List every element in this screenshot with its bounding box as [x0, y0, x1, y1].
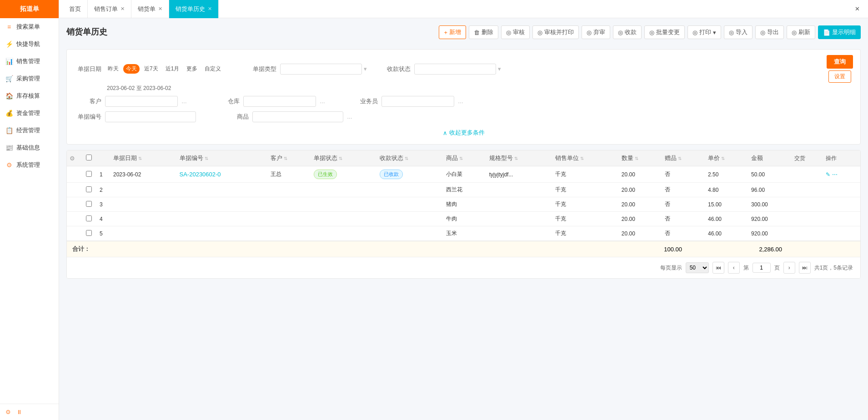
tab-sales-delivery[interactable]: 销货单 ✕: [131, 0, 169, 18]
th-doc-status[interactable]: 单据状态⇅: [311, 150, 377, 166]
customer-input[interactable]: [105, 96, 178, 107]
date-tag-yesterday[interactable]: 昨天: [105, 64, 121, 74]
table-row: 4 牛肉 千克 20.00 否 46.00 920.00: [67, 212, 860, 226]
date-tag-1month[interactable]: 近1月: [163, 64, 182, 74]
th-doc-no[interactable]: 单据编号⇅: [177, 150, 268, 166]
audit-button[interactable]: ◎ 审核: [501, 25, 530, 39]
doc-no-input[interactable]: [105, 111, 196, 122]
row-checkbox[interactable]: [86, 171, 92, 177]
collect-status-select[interactable]: [414, 64, 496, 75]
set-button[interactable]: 设置: [828, 70, 851, 83]
td-doc-no[interactable]: [177, 212, 268, 226]
warehouse-label: 仓库: [212, 97, 240, 105]
sidebar-item-basic-info[interactable]: 📰 基础信息: [0, 139, 59, 156]
customer-ellipsis[interactable]: …: [181, 98, 187, 105]
th-doc-date[interactable]: 单据日期⇅: [110, 150, 177, 166]
add-button[interactable]: + 新增: [439, 25, 466, 39]
warehouse-input[interactable]: [243, 96, 316, 107]
export-button[interactable]: ◎ 导出: [755, 25, 784, 39]
td-amount: 300.00: [748, 197, 792, 212]
prev-page-button[interactable]: ‹: [728, 262, 740, 274]
date-tag-7days[interactable]: 近7天: [141, 64, 161, 74]
salesperson-ellipsis[interactable]: …: [458, 98, 463, 105]
th-unit-price[interactable]: 单价⇅: [705, 150, 748, 166]
product-ellipsis[interactable]: …: [347, 114, 352, 120]
row-checkbox[interactable]: [86, 215, 92, 221]
salesperson-input[interactable]: [381, 96, 454, 107]
show-detail-button[interactable]: 📄 显示明细: [818, 25, 861, 39]
tab-close-sales-order[interactable]: ✕: [120, 6, 125, 12]
next-page-button[interactable]: ›: [783, 262, 795, 274]
tab-sales-order[interactable]: 销售订单 ✕: [88, 0, 131, 18]
tab-sales-delivery-history[interactable]: 销货单历史 ✕: [169, 0, 219, 18]
more-action[interactable]: ⋯: [832, 171, 838, 178]
collect-status-badge: 已收款: [380, 170, 403, 179]
print-button[interactable]: ◎ 打印 ▾: [687, 25, 721, 39]
sidebar-item-inventory-calc[interactable]: 🏠 库存核算: [0, 87, 59, 105]
sidebar-item-sales-mgmt[interactable]: 📊 销售管理: [0, 53, 59, 70]
td-doc-no[interactable]: [177, 183, 268, 197]
td-checkbox[interactable]: [83, 166, 97, 183]
last-page-button[interactable]: ⏭: [799, 262, 811, 274]
audit-print-button[interactable]: ◎ 审核并打印: [532, 25, 579, 39]
search-menu-icon: ≡: [5, 23, 13, 30]
sidebar-item-purchase-mgmt[interactable]: 🛒 采购管理: [0, 70, 59, 87]
th-collect-status[interactable]: 收款状态⇅: [377, 150, 443, 166]
row-checkbox[interactable]: [86, 186, 92, 192]
delete-button[interactable]: 🗑 删除: [469, 25, 498, 39]
th-sales-unit[interactable]: 销售单位⇅: [552, 150, 619, 166]
first-page-button[interactable]: ⏮: [712, 262, 724, 274]
total-info: 共1页，5条记录: [814, 264, 853, 272]
date-tag-today[interactable]: 今天: [123, 64, 140, 74]
edit-action[interactable]: ✎: [826, 171, 830, 178]
th-customer[interactable]: 客户⇅: [268, 150, 311, 166]
tab-close-all[interactable]: ✕: [850, 5, 864, 12]
sidebar-item-quick-nav[interactable]: ⚡ 快捷导航: [0, 35, 59, 53]
td-quantity: 20.00: [619, 183, 662, 197]
td-doc-no[interactable]: [177, 197, 268, 212]
warehouse-ellipsis[interactable]: …: [320, 98, 325, 105]
sales-icon: 📊: [5, 58, 13, 65]
abandon-button[interactable]: ◎ 弃审: [582, 25, 610, 39]
query-button[interactable]: 查询: [827, 55, 853, 69]
th-settings[interactable]: ⚙: [67, 150, 83, 166]
td-checkbox[interactable]: [83, 212, 97, 226]
date-tag-custom[interactable]: 自定义: [202, 64, 224, 74]
tab-close-sales-delivery[interactable]: ✕: [158, 6, 162, 12]
th-product[interactable]: 商品⇅: [443, 150, 487, 166]
th-amount[interactable]: 金额: [748, 150, 792, 166]
select-all-checkbox[interactable]: [86, 155, 92, 160]
per-page-select[interactable]: 50 10 20 100: [686, 262, 709, 273]
td-doc-no[interactable]: SA-20230602-0: [177, 166, 268, 183]
row-checkbox[interactable]: [86, 201, 92, 207]
row-checkbox[interactable]: [86, 230, 92, 236]
collect-button[interactable]: ◎ 收款: [613, 25, 642, 39]
product-input[interactable]: [252, 111, 343, 122]
th-spec-type[interactable]: 规格型号⇅: [487, 150, 553, 166]
sidebar-item-search-menu[interactable]: ≡ 搜索菜单: [0, 18, 59, 35]
date-tag-more[interactable]: 更多: [184, 64, 200, 74]
td-doc-no[interactable]: [177, 226, 268, 241]
sidebar-item-operations-mgmt[interactable]: 📋 经营管理: [0, 122, 59, 139]
batch-change-button[interactable]: ◎ 批量变更: [644, 25, 685, 39]
td-checkbox[interactable]: [83, 183, 97, 197]
sidebar-bottom-icon2[interactable]: ⏸: [16, 409, 22, 415]
td-checkbox[interactable]: [83, 197, 97, 212]
sidebar-item-capital-mgmt[interactable]: 💰 资金管理: [0, 105, 59, 122]
td-unit-price: 15.00: [705, 197, 748, 212]
page-input[interactable]: [753, 263, 771, 273]
data-table: ⚙ 单据日期⇅ 单据编号⇅ 客户⇅ 单据状态⇅ 收款状态⇅ 商品⇅ 规格型号⇅ …: [67, 150, 860, 241]
tab-close-sales-delivery-history[interactable]: ✕: [208, 6, 212, 12]
refresh-button[interactable]: ◎ 刷新: [787, 25, 815, 39]
th-gift[interactable]: 赠品⇅: [662, 150, 705, 166]
sidebar-bottom-icon1[interactable]: ⚙: [5, 409, 11, 415]
doc-type-select[interactable]: [280, 64, 362, 75]
th-quantity[interactable]: 数量⇅: [619, 150, 662, 166]
table-row: 5 玉米 千克 20.00 否 46.00 920.00: [67, 226, 860, 241]
collapse-button[interactable]: ∧ 收起更多条件: [441, 127, 487, 139]
tab-home[interactable]: 首页: [63, 0, 88, 18]
td-checkbox[interactable]: [83, 226, 97, 241]
main-area: 首页 销售订单 ✕ 销货单 ✕ 销货单历史 ✕ ✕ 销货单历史 + 新增: [59, 0, 868, 420]
sidebar-item-system-mgmt[interactable]: ⚙ 系统管理: [0, 156, 59, 174]
import-button[interactable]: ◎ 导入: [724, 25, 753, 39]
